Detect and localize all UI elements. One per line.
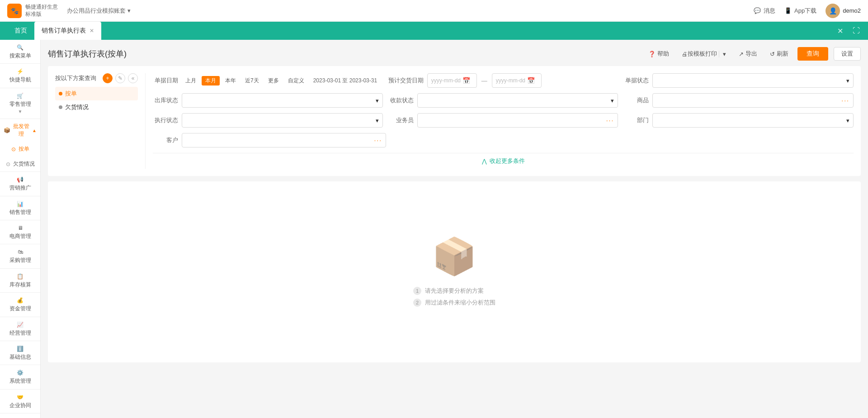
sidebar-item-wholesale[interactable]: 📦 批发管理 ▲: [0, 119, 40, 142]
exec-status-select[interactable]: ▾: [182, 113, 383, 128]
tab-expand-button[interactable]: ⛶: [850, 24, 863, 37]
scheme-dot-active: [59, 92, 62, 95]
tab-sales-order-exec[interactable]: 销售订单执行表 ✕: [34, 22, 101, 40]
filter-row-4: 客户 ···: [153, 133, 854, 147]
sidebar-item-retail[interactable]: 🛒 零售管理 ▼: [0, 88, 40, 119]
ecommerce-icon: 🖥: [18, 225, 23, 231]
settings-button[interactable]: 设置: [834, 47, 861, 61]
chevron-down-icon2: ▾: [376, 97, 379, 104]
receipt-status-select[interactable]: ▾: [417, 93, 618, 108]
edit-scheme-button[interactable]: ✎: [115, 73, 125, 83]
sidebar-item-marketing[interactable]: 📢 营销推广: [0, 172, 40, 195]
filter-conditions: 单据日期 上月 本月 本年 近7天 更多 自定义 2023-03-01 至 20…: [153, 73, 854, 169]
filter-group-order-status: 单据状态 ▾: [623, 73, 854, 88]
chevron-down-icon3: ▾: [611, 97, 614, 104]
page-header: 销售订单执行表(按单) ❓ 帮助 🖨 按模板打印 ▾ ↗ 导出 ↺ 刷新: [48, 47, 861, 61]
top-bar: 🐾 畅捷通好生意 标准版 办公用品行业模拟账套 ▾ 💬 消息 📱 App下载 👤…: [0, 0, 868, 22]
order-status-select[interactable]: ▾: [652, 73, 854, 88]
query-button[interactable]: 查询: [797, 47, 828, 61]
sidebar-item-system[interactable]: ⚙️ 系统管理: [0, 365, 40, 389]
sidebar-section-finance: 💰 资金管理: [0, 293, 40, 317]
tip-num-2: 2: [413, 299, 421, 307]
sidebar-item-quicknav[interactable]: ⚡ 快捷导航: [0, 64, 40, 87]
date-tab-custom[interactable]: 自定义: [284, 76, 308, 86]
tab-home[interactable]: 首页: [7, 22, 34, 40]
sidebar-item-ecommerce[interactable]: 🖥 电商管理: [0, 220, 40, 244]
sidebar-item-basic[interactable]: ℹ️ 基础信息: [0, 341, 40, 365]
collapse-scheme-button[interactable]: «: [128, 73, 138, 83]
sidebar-section-collab: 🤝 企业协同: [0, 390, 40, 413]
avatar: 👤: [826, 4, 840, 18]
export-button[interactable]: ↗ 导出: [735, 48, 761, 60]
help-button[interactable]: ❓ 帮助: [645, 48, 673, 60]
logo-area: 🐾 畅捷通好生意 标准版: [7, 4, 58, 18]
customer-select[interactable]: ···: [182, 133, 386, 147]
sidebar-item-inventory[interactable]: 📋 库存核算: [0, 269, 40, 292]
sidebar-subitem-shortage[interactable]: ⊙ 欠货情况: [0, 157, 40, 171]
download-icon: 📱: [784, 7, 792, 14]
basic-icon: ℹ️: [17, 346, 24, 352]
sidebar-section-quicknav: ⚡ 快捷导航: [0, 64, 40, 88]
filter-group-customer: 客户 ···: [153, 133, 386, 147]
filter-scheme-header: 按以下方案查询 + ✎ «: [55, 73, 138, 83]
date-tab-lastmonth[interactable]: 上月: [182, 76, 200, 86]
sidebar-item-finance[interactable]: 💰 资金管理: [0, 293, 40, 316]
chevron-down-icon: ▾: [127, 7, 131, 14]
date-tab-more[interactable]: 更多: [264, 76, 283, 86]
filter-group-product: 商品 ···: [623, 93, 854, 108]
product-select[interactable]: ···: [652, 93, 854, 108]
menu-selector[interactable]: 办公用品行业模拟账套 ▾: [63, 5, 134, 17]
app-download-button[interactable]: 📱 App下载: [784, 7, 816, 15]
salesman-select[interactable]: ···: [417, 113, 618, 128]
sidebar-item-sales[interactable]: 📊 销售管理: [0, 196, 40, 220]
print-button[interactable]: 🖨 按模板打印 ▾: [678, 48, 730, 60]
help-icon: ❓: [648, 51, 656, 57]
empty-illustration: 📦: [432, 235, 477, 278]
collapse-conditions-button[interactable]: ⋀ 收起更多条件: [153, 153, 854, 169]
tab-minimize-button[interactable]: ✕: [834, 24, 846, 37]
sidebar-item-operation[interactable]: 📈 经营管理: [0, 317, 40, 341]
filter-row-3: 执行状态 ▾ 业务员 ···: [153, 113, 854, 128]
calendar-to-icon: 📅: [527, 77, 535, 84]
expected-date-label: 预计交货日期: [388, 76, 424, 85]
sidebar-item-collab[interactable]: 🤝 企业协同: [0, 390, 40, 413]
search-icon: 🔍: [17, 44, 24, 51]
sidebar-item-guide[interactable]: 🎯 新手引导: [0, 413, 40, 418]
date-tab-7days[interactable]: 近7天: [241, 76, 263, 86]
order-status-label: 单据状态: [623, 76, 649, 85]
add-scheme-button[interactable]: +: [103, 73, 113, 83]
salesman-ellipsis-icon: ···: [606, 117, 614, 124]
filter-row-2: 出库状态 ▾ 收款状态 ▾: [153, 93, 854, 108]
filter-row-1: 单据日期 上月 本月 本年 近7天 更多 自定义 2023-03-01 至 20…: [153, 73, 854, 88]
ship-status-select[interactable]: ▾: [182, 93, 383, 108]
sidebar-subitem-order[interactable]: ⊙ 按单: [0, 142, 40, 157]
dept-label: 部门: [623, 116, 649, 124]
message-button[interactable]: 💬 消息: [754, 7, 775, 15]
exec-status-label: 执行状态: [153, 116, 178, 124]
sidebar-section-basic: ℹ️ 基础信息: [0, 341, 40, 365]
user-profile[interactable]: 👤 demo2: [826, 4, 861, 18]
purchase-icon: 🛍: [18, 249, 23, 255]
refresh-button[interactable]: ↺ 刷新: [766, 48, 792, 60]
expected-date-to[interactable]: yyyy-mm-dd 📅: [492, 73, 542, 88]
collapse-icon: ⋀: [482, 158, 487, 165]
print-dropdown-icon[interactable]: ▾: [719, 51, 726, 57]
salesman-label: 业务员: [388, 116, 414, 124]
date-tab-thisyear[interactable]: 本年: [222, 76, 240, 86]
system-icon: ⚙️: [17, 370, 24, 376]
operation-icon: 📈: [17, 322, 24, 328]
dept-select[interactable]: ▾: [652, 113, 854, 128]
filter-schemes: 按以下方案查询 + ✎ « 按单 欠货情况: [55, 73, 146, 169]
scheme-item-order[interactable]: 按单: [55, 87, 138, 100]
date-separator: —: [481, 77, 488, 84]
date-tab-thismonth[interactable]: 本月: [202, 76, 220, 86]
sidebar-item-purchase[interactable]: 🛍 采购管理: [0, 244, 40, 268]
chevron-up-icon: ▲: [32, 128, 37, 133]
tab-close-icon[interactable]: ✕: [90, 28, 94, 34]
sidebar-item-search[interactable]: 🔍 搜索菜单: [0, 40, 40, 63]
scheme-item-shortage[interactable]: 欠货情况: [55, 100, 138, 114]
scheme-dot-inactive: [59, 105, 62, 109]
filter-group-date: 单据日期 上月 本月 本年 近7天 更多 自定义 2023-03-01 至 20…: [153, 76, 383, 86]
sidebar-section-marketing: 📢 营销推广: [0, 172, 40, 196]
expected-date-from[interactable]: yyyy-mm-dd 📅: [427, 73, 477, 88]
